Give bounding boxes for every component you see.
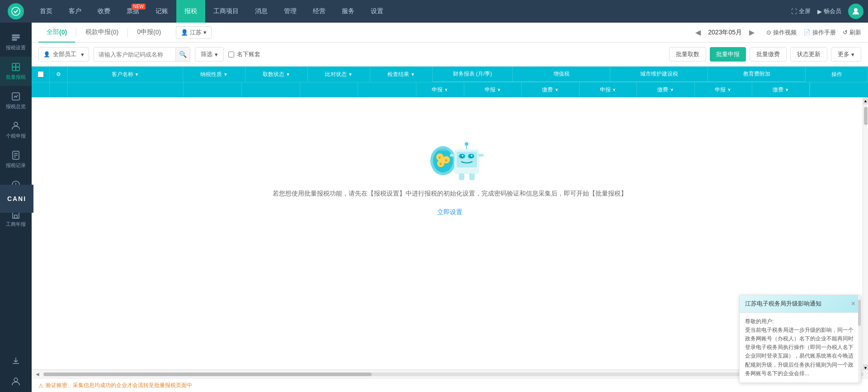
nav-business[interactable]: 工商项目 — [205, 0, 247, 23]
sidebar-item-batch-tax[interactable]: 批量报税 — [0, 57, 32, 86]
th-edu-pay: 缴费 ▼ — [752, 82, 810, 97]
date-next-button[interactable]: ▶ — [746, 27, 757, 38]
scroll-thumb — [43, 373, 372, 376]
filter-icon[interactable]: ▼ — [348, 72, 353, 77]
svg-rect-35 — [469, 173, 475, 180]
region-selector[interactable]: 👤 江苏 ▾ — [176, 26, 212, 39]
batch-report-button[interactable]: 批量申报 — [710, 47, 746, 62]
nav-invoice[interactable]: 票据 NEW — [118, 0, 147, 23]
tab-all[interactable]: 全部(0) — [38, 23, 75, 43]
manual-icon: 📄 — [803, 29, 811, 36]
scroll-up-button[interactable]: ▲ — [863, 97, 868, 105]
status-update-button[interactable]: 状态更新 — [790, 47, 827, 62]
th-city-report: 申报 ▼ — [580, 82, 637, 97]
notification-close-button[interactable]: × — [851, 300, 855, 308]
th-edu-report: 申报 ▼ — [695, 82, 752, 97]
filter-icon[interactable]: ▼ — [497, 87, 501, 92]
vertical-scrollbar[interactable]: ▲ ▼ — [863, 97, 868, 369]
avatar[interactable] — [848, 4, 863, 19]
main-layout: 报税设置 批量报税 报税总览 — [0, 23, 868, 392]
tax-settings-icon — [11, 33, 21, 43]
filter-icon[interactable]: ▼ — [135, 72, 139, 77]
refresh-icon: ↺ — [843, 29, 848, 36]
logo-icon — [8, 3, 24, 19]
nav-bookkeeping[interactable]: 记账 — [147, 0, 176, 23]
tax-records-icon — [11, 150, 21, 160]
nav-items: 首页 客户 收费 票据 NEW 记账 报税 工商项目 消息 管理 经营 服务 设… — [32, 0, 791, 23]
th-financial-report: 申报 ▼ — [416, 82, 464, 97]
sidebar-item-tax-records[interactable]: 报税记录 — [0, 145, 32, 174]
th-financial: 财务报表 (月/季) — [433, 67, 513, 82]
filter-icon[interactable]: ▼ — [612, 87, 617, 92]
th-checkbox[interactable] — [32, 67, 50, 82]
action-refresh[interactable]: ↺ 刷新 — [843, 29, 861, 37]
employee-selector[interactable]: 👤 全部员工 ▾ — [38, 47, 89, 62]
top-navigation: 首页 客户 收费 票据 NEW 记账 报税 工商项目 消息 管理 经营 服务 设… — [0, 0, 868, 23]
nav-home[interactable]: 首页 — [32, 0, 61, 23]
filter-icon[interactable]: ▼ — [670, 87, 674, 92]
scroll-down-button[interactable]: ▼ — [863, 364, 868, 369]
filter-button[interactable]: 筛选 ▾ — [195, 47, 224, 62]
batch-fetch-button[interactable]: 批量取数 — [669, 47, 706, 62]
action-video[interactable]: ⊙ 操作视频 — [766, 29, 797, 37]
date-prev-button[interactable]: ◀ — [693, 27, 703, 38]
svg-rect-4 — [12, 63, 16, 67]
search-button[interactable]: 🔍 — [175, 47, 190, 62]
th-fetch-status: 取数状态 ▼ — [245, 67, 308, 82]
notification-header: 江苏电子税务局升级影响通知 × — [740, 295, 861, 313]
filter-icon[interactable]: ▼ — [727, 87, 731, 92]
fullscreen-button[interactable]: ⛶ 全屏 — [791, 7, 811, 15]
filter-icon[interactable]: ▼ — [286, 72, 290, 77]
sidebar-item-tax-settings[interactable]: 报税设置 — [0, 27, 32, 57]
sidebar-item-download[interactable] — [0, 350, 32, 371]
filter-icon[interactable]: ▼ — [785, 87, 789, 92]
sidebar-item-user[interactable] — [0, 371, 32, 392]
select-all-checkbox[interactable] — [38, 71, 44, 77]
tab-tax-report[interactable]: 税款申报(0) — [77, 23, 127, 43]
logo[interactable] — [5, 0, 27, 23]
nav-settings[interactable]: 设置 — [363, 0, 392, 23]
filter-icon[interactable]: ▼ — [444, 87, 448, 92]
setup-link[interactable]: 立即设置 — [437, 208, 462, 216]
member-button[interactable]: ▶ 畅会员 — [817, 7, 841, 15]
nav-operation[interactable]: 经营 — [305, 0, 334, 23]
table-header-row1: ⚙ 客户名称 ▼ 纳税性质 ▼ 取数状态 ▼ — [32, 67, 868, 82]
sidebar-item-tax-overview[interactable]: 报税总览 — [0, 86, 32, 115]
download-icon — [11, 356, 21, 366]
batch-pay-button[interactable]: 批量缴费 — [750, 47, 787, 62]
more-button[interactable]: 更多 ▾ — [831, 47, 861, 62]
scroll-thumb — [864, 107, 868, 125]
filter-icon[interactable]: ▼ — [554, 87, 559, 92]
accounts-checkbox-label[interactable]: 名下账套 — [228, 50, 260, 58]
th-gear[interactable]: ⚙ — [50, 67, 68, 82]
nav-client[interactable]: 客户 — [61, 0, 90, 23]
table-header-row2: 申报 ▼ 申报 ▼ 缴费 ▼ — [32, 82, 868, 97]
nav-manage[interactable]: 管理 — [276, 0, 305, 23]
tab-right-actions: ⊙ 操作视频 📄 操作手册 ↺ 刷新 — [766, 29, 861, 37]
tab-divider-1 — [76, 28, 76, 37]
nav-message[interactable]: 消息 — [247, 0, 276, 23]
filter-chevron-icon: ▾ — [215, 51, 218, 58]
tab-zero-report[interactable]: 0申报(0) — [129, 23, 169, 43]
accounts-checkbox[interactable] — [228, 52, 234, 57]
nav-fee[interactable]: 收费 — [90, 0, 118, 23]
search-wrapper: 🔍 — [94, 47, 190, 62]
scroll-left-button[interactable]: ◀ — [34, 371, 41, 378]
svg-rect-34 — [459, 173, 464, 180]
nav-service[interactable]: 服务 — [334, 0, 363, 23]
filter-icon[interactable]: ▼ — [410, 72, 415, 77]
search-input[interactable] — [94, 48, 175, 61]
sidebar-item-personal-tax[interactable]: 个税申报 — [0, 115, 32, 145]
employee-icon: 👤 — [43, 51, 50, 57]
action-manual[interactable]: 📄 操作手册 — [803, 29, 836, 37]
empty-state: ¥ ¥ ¥ — [32, 97, 868, 244]
notification-panel: 江苏电子税务局升级影响通知 × 尊敬的用户:受当前电子税务局进一步升级的影响，同… — [739, 295, 861, 383]
svg-rect-3 — [12, 39, 17, 40]
nav-tax[interactable]: 报税 — [176, 0, 205, 23]
notification-scrollbar[interactable] — [858, 295, 861, 382]
date-label: 2023年05月 — [708, 29, 742, 37]
cani-badge: CANI — [0, 185, 33, 213]
svg-point-31 — [465, 142, 468, 146]
th-client-name: 客户名称 ▼ — [68, 67, 183, 82]
filter-icon[interactable]: ▼ — [223, 72, 228, 77]
